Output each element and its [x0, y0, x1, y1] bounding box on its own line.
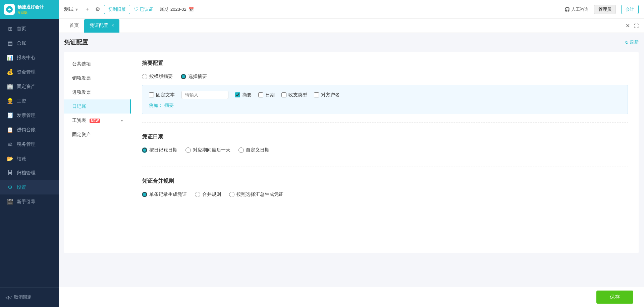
tab-voucher-config[interactable]: 凭证配置 ×	[84, 19, 119, 33]
radio-merge-rule-label: 合并规则	[202, 191, 221, 198]
radio-period-last-day[interactable]: 对应期间最后一天	[185, 147, 230, 153]
nav-item-guide[interactable]: 🎬 新手引导	[0, 194, 59, 209]
certified-label: 已认证	[140, 6, 153, 12]
checkbox-date-input[interactable]	[258, 92, 263, 97]
radio-diary-date-label: 按日记账日期	[149, 147, 177, 153]
left-nav-purchase-invoice[interactable]: 进项发票	[64, 85, 131, 99]
nav-item-invoice[interactable]: 🧾 发票管理	[0, 108, 59, 123]
merge-title: 凭证合并规则	[142, 178, 628, 185]
left-nav-sales-invoice[interactable]: 销项发票	[64, 71, 131, 85]
radio-select-summary-input[interactable]	[181, 74, 186, 79]
new-badge: NEW	[90, 119, 100, 123]
radio-period-last-day-input[interactable]	[185, 147, 191, 153]
pay-type-checkbox-label: 收支类型	[288, 92, 307, 98]
nav-item-funds[interactable]: 💰 资金管理	[0, 65, 59, 79]
sidebar: 畅捷通好会计 专业版 ⊞ 首页 ▤ 总账 📊 报表中心 💰 资金管理 🏢	[0, 0, 59, 307]
date-section: 凭证日期 按日记账日期 对应期间最后一天	[142, 133, 628, 167]
tabs-right: ✕ ⛶	[626, 23, 639, 29]
period-value: 2023-02	[170, 7, 186, 12]
window-close-button[interactable]: ✕	[626, 23, 630, 29]
checkbox-counterparty-label[interactable]: 对方户名	[314, 92, 340, 98]
radio-single-record-input[interactable]	[142, 192, 147, 197]
expand-button[interactable]: ⛶	[634, 23, 639, 29]
logo-sub: 专业版	[17, 10, 44, 15]
radio-merge-rule-input[interactable]	[195, 192, 200, 197]
tab-home-label: 首页	[69, 23, 79, 28]
add-button[interactable]: ＋	[83, 4, 91, 14]
funds-icon: 💰	[7, 69, 13, 75]
company-selector[interactable]: 测试 ▾	[64, 6, 78, 12]
tab-home[interactable]: 首页	[64, 19, 84, 33]
radio-select-summary-label: 选择摘要	[188, 74, 207, 80]
example-prefix: 例如：	[149, 102, 163, 108]
nav-item-settings[interactable]: ⚙ 设置	[0, 180, 59, 194]
radio-summary-generate-label: 按照选择汇总生成凭证	[236, 191, 283, 198]
tab-voucher-label: 凭证配置	[90, 23, 108, 28]
cancel-fixed-button[interactable]: ◁◁ 取消固定	[0, 291, 59, 304]
nav-item-fixed-assets[interactable]: 🏢 固定资产	[0, 79, 59, 94]
left-nav-public[interactable]: 公共选项	[64, 57, 131, 71]
shield-icon: 🛡	[134, 7, 139, 12]
radio-template-summary-label: 按模版摘要	[149, 74, 173, 80]
nav-item-archive[interactable]: 🗄 归档管理	[0, 166, 59, 180]
nav-item-reports[interactable]: 📊 报表中心	[0, 50, 59, 65]
checkbox-pay-type-label[interactable]: 收支类型	[281, 92, 307, 98]
radio-diary-date-input[interactable]	[142, 147, 147, 153]
checkbox-counterparty-input[interactable]	[314, 92, 319, 97]
closing-icon: 📂	[7, 156, 13, 162]
checkbox-date-label[interactable]: 日期	[258, 92, 275, 98]
left-nav-diary[interactable]: 日记账	[64, 99, 131, 114]
switch-version-button[interactable]: 切到旧版	[104, 5, 130, 14]
checkbox-pay-type-input[interactable]	[281, 92, 286, 97]
date-radio-group: 按日记账日期 对应期间最后一天 自定义日期	[142, 147, 628, 153]
nav-item-home[interactable]: ⊞ 首页	[0, 21, 59, 36]
tabs-row: 首页 凭证配置 × ✕ ⛶	[59, 19, 644, 33]
counterparty-checkbox-label: 对方户名	[321, 92, 340, 98]
nav-label-closing: 结账	[17, 156, 26, 162]
period-label: 账期	[160, 6, 168, 12]
nav-item-salary[interactable]: 👷 工资	[0, 94, 59, 108]
radio-merge-rule[interactable]: 合并规则	[195, 191, 221, 198]
radio-template-summary[interactable]: 按模版摘要	[142, 74, 173, 80]
nav-label-salary: 工资	[17, 98, 26, 104]
radio-single-record[interactable]: 单条记录生成凭证	[142, 191, 187, 198]
nav-item-ledger[interactable]: ▤ 总账	[0, 36, 59, 50]
checkbox-fixed-text-label[interactable]: 固定文本	[149, 92, 175, 98]
nav-label-home: 首页	[17, 26, 26, 32]
radio-summary-generate-input[interactable]	[229, 192, 234, 197]
tab-close-icon[interactable]: ×	[112, 23, 114, 28]
nav-item-tax[interactable]: ⚖ 税务管理	[0, 137, 59, 151]
logo-icon	[4, 4, 15, 15]
nav-label-tax: 税务管理	[17, 141, 36, 147]
left-nav-payroll[interactable]: 工资表 NEW ▾	[64, 114, 131, 128]
summary-section: 摘要配置 按模版摘要 选择摘要	[142, 60, 628, 123]
radio-diary-date[interactable]: 按日记账日期	[142, 147, 177, 153]
radio-template-summary-input[interactable]	[142, 74, 147, 79]
consult-label: 人工咨询	[571, 6, 589, 12]
consult-button[interactable]: 🎧 人工咨询	[565, 6, 589, 12]
invoice-icon: 🧾	[7, 112, 13, 119]
radio-custom-date-input[interactable]	[238, 147, 244, 153]
left-nav: 公共选项 销项发票 进项发票 日记账 工资表	[64, 52, 131, 253]
accountant-button[interactable]: 会计	[621, 5, 639, 14]
left-nav-fixed-asset[interactable]: 固定资产	[64, 128, 131, 142]
fixed-text-label: 固定文本	[156, 92, 175, 98]
checkbox-fixed-text-input[interactable]	[149, 92, 154, 97]
admin-button[interactable]: 管理员	[594, 5, 616, 14]
settings-gear-button[interactable]: ⚙	[94, 5, 101, 14]
merge-radio-group: 单条记录生成凭证 合并规则 按照选择汇总生成凭证	[142, 191, 628, 198]
merge-section: 凭证合并规则 单条记录生成凭证 合并规则	[142, 178, 628, 211]
radio-select-summary[interactable]: 选择摘要	[181, 74, 207, 80]
nav-item-sales-ledger[interactable]: 📋 进销台账	[0, 123, 59, 137]
checkbox-summary-input[interactable]	[235, 92, 240, 97]
radio-summary-generate[interactable]: 按照选择汇总生成凭证	[229, 191, 283, 198]
save-button[interactable]: 保存	[596, 291, 633, 304]
cancel-fixed-label: 取消固定	[14, 294, 32, 300]
summary-config-box: 固定文本 摘要 日期	[142, 85, 628, 114]
nav-item-closing[interactable]: 📂 结账	[0, 151, 59, 166]
refresh-button[interactable]: ↻ 刷新	[625, 39, 639, 45]
checkbox-summary-label[interactable]: 摘要	[235, 92, 252, 98]
fixed-text-input[interactable]	[181, 91, 228, 99]
page-title: 凭证配置	[64, 38, 88, 46]
radio-custom-date[interactable]: 自定义日期	[238, 147, 269, 153]
